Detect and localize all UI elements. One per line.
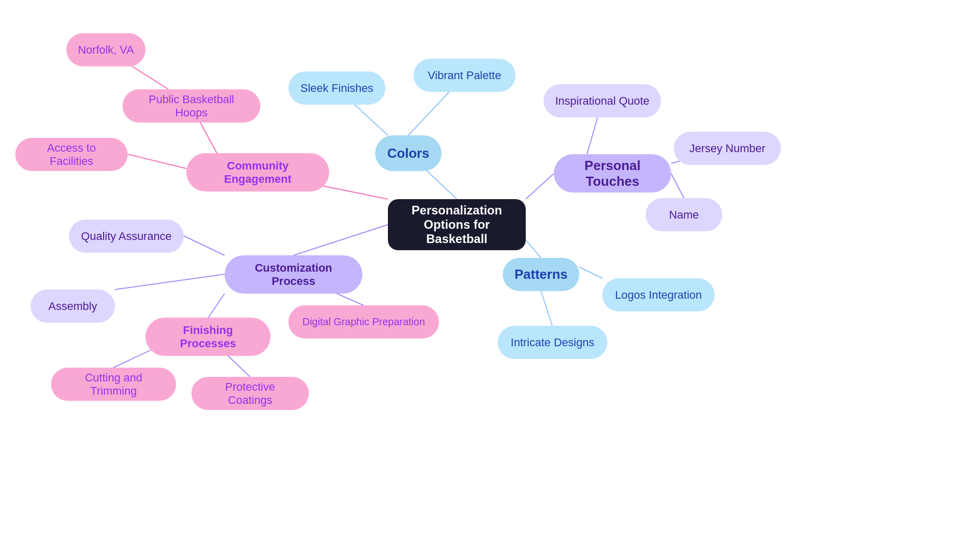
- finishing-processes-label: Finishing Processes: [156, 324, 260, 350]
- patterns-node: Patterns: [503, 258, 579, 291]
- logos-integration-label: Logos Integration: [615, 288, 702, 302]
- svg-line-3: [526, 174, 554, 199]
- personal-touches-node: Personal Touches: [554, 154, 671, 193]
- community-engagement-label: Community Engagement: [197, 159, 319, 186]
- logos-integration-node: Logos Integration: [602, 278, 715, 311]
- community-engagement-node: Community Engagement: [186, 153, 329, 191]
- svg-line-12: [115, 274, 225, 290]
- norfolk-va-label: Norfolk, VA: [78, 43, 134, 57]
- sleek-finishes-label: Sleek Finishes: [300, 82, 373, 95]
- sleek-finishes-node: Sleek Finishes: [288, 71, 385, 105]
- svg-line-10: [293, 225, 388, 255]
- assembly-label: Assembly: [48, 300, 97, 313]
- norfolk-va-node: Norfolk, VA: [66, 33, 145, 66]
- public-basketball-hoops-label: Public Basketball Hoops: [133, 93, 250, 119]
- quality-assurance-node: Quality Assurance: [69, 220, 184, 253]
- customization-process-node: Customization Process: [225, 255, 362, 294]
- svg-line-9: [541, 291, 552, 326]
- vibrant-palette-label: Vibrant Palette: [428, 69, 501, 82]
- patterns-label: Patterns: [514, 267, 568, 282]
- personal-touches-label: Personal Touches: [564, 158, 661, 189]
- finishing-processes-node: Finishing Processes: [145, 318, 271, 356]
- intricate-designs-node: Intricate Designs: [498, 326, 607, 359]
- public-basketball-hoops-node: Public Basketball Hoops: [122, 89, 260, 123]
- jersey-number-node: Jersey Number: [674, 132, 781, 165]
- svg-line-11: [184, 236, 225, 255]
- digital-graphic-prep-node: Digital Graphic Preparation: [288, 305, 439, 339]
- cutting-and-trimming-label: Cutting and Trimming: [61, 371, 166, 398]
- protective-coatings-label: Protective Coatings: [202, 380, 299, 407]
- center-node: Personalization Options for Basketball: [388, 199, 526, 250]
- digital-graphic-prep-label: Digital Graphic Preparation: [302, 316, 425, 328]
- access-to-facilities-node: Access to Facilities: [15, 138, 128, 171]
- intricate-designs-label: Intricate Designs: [511, 336, 595, 349]
- jersey-number-label: Jersey Number: [689, 142, 765, 155]
- name-node: Name: [646, 198, 722, 231]
- name-label: Name: [669, 208, 699, 222]
- colors-label: Colors: [387, 146, 429, 161]
- center-label: Personalization Options for Basketball: [398, 203, 516, 246]
- vibrant-palette-node: Vibrant Palette: [413, 59, 516, 92]
- svg-line-13: [208, 294, 225, 318]
- customization-process-label: Customization Process: [235, 261, 352, 288]
- assembly-node: Assembly: [31, 290, 115, 323]
- protective-coatings-node: Protective Coatings: [191, 377, 309, 410]
- colors-node: Colors: [375, 135, 442, 171]
- svg-line-6: [671, 174, 684, 198]
- inspirational-quote-node: Inspirational Quote: [544, 84, 661, 117]
- access-to-facilities-label: Access to Facilities: [26, 141, 117, 168]
- inspirational-quote-label: Inspirational Quote: [555, 94, 650, 108]
- svg-line-20: [128, 154, 186, 169]
- svg-line-8: [579, 267, 602, 278]
- quality-assurance-label: Quality Assurance: [81, 230, 172, 243]
- cutting-and-trimming-node: Cutting and Trimming: [51, 368, 176, 401]
